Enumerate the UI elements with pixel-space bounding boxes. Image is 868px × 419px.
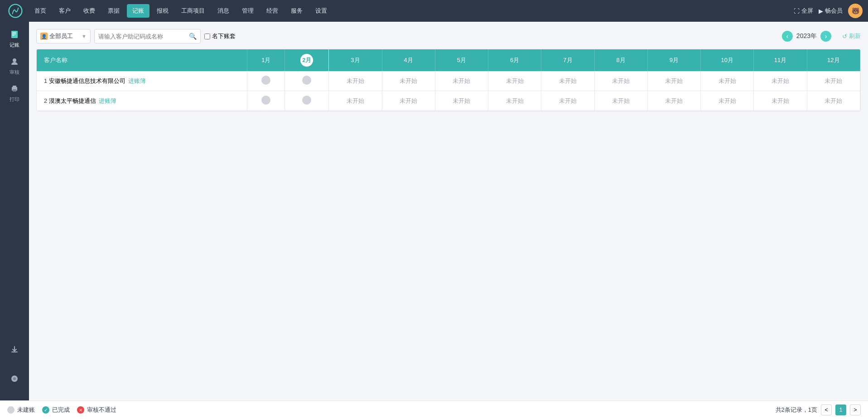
prev-year-button[interactable]: ‹ [782, 31, 793, 42]
toolbar: 👤 全部员工 ▼ 🔍 名下账套 ‹ 2023年 › ↺ 刷新 [36, 29, 861, 43]
th-m8: 8月 [594, 49, 647, 71]
row-num: 1 [44, 77, 47, 84]
fullscreen-button[interactable]: ⛶ 全屏 [794, 7, 813, 15]
nav-item-operations[interactable]: 经营 [261, 4, 284, 18]
sidebar-item-audit[interactable]: 审核 [2, 53, 27, 78]
status-not-started: 未开始 [665, 97, 683, 104]
rejected-label: 审核不通过 [87, 406, 116, 414]
nav-item-management[interactable]: 管理 [236, 4, 259, 18]
nav-item-settings[interactable]: 设置 [310, 4, 333, 18]
next-year-button[interactable]: › [820, 31, 831, 42]
page-1-button[interactable]: 1 [835, 405, 846, 415]
status-not-started: 未开始 [400, 77, 417, 84]
search-icon[interactable]: 🔍 [189, 33, 197, 40]
status-not-started: 未开始 [506, 97, 524, 104]
status-not-started: 未开始 [612, 77, 630, 84]
nav-item-invoices[interactable]: 票据 [102, 4, 125, 18]
cell-m4: 未开始 [382, 71, 435, 91]
cell-m2 [285, 91, 329, 111]
status-not-started: 未开始 [347, 77, 364, 84]
cell-m1 [247, 91, 285, 111]
th-m1: 1月 [247, 49, 285, 71]
th-m10: 10月 [701, 49, 754, 71]
svg-rect-7 [13, 86, 16, 87]
top-nav: 首页 客户 收费 票据 记账 报税 工商项目 消息 管理 经营 服务 设置 ⛶ … [0, 0, 868, 22]
status-dot-gray [261, 76, 270, 85]
refresh-label: 刷新 [849, 32, 861, 40]
search-input[interactable] [98, 33, 189, 40]
employee-select-label: 全部员工 [49, 32, 80, 40]
not-started-label: 未建账 [17, 406, 35, 414]
cell-m10: 未开始 [701, 71, 754, 91]
nav-item-clients[interactable]: 客户 [53, 4, 76, 18]
legend-not-started: 未建账 [7, 406, 35, 414]
svg-rect-8 [13, 89, 16, 92]
status-not-started: 未开始 [825, 97, 842, 104]
th-m11: 11月 [754, 49, 807, 71]
status-dot-gray [261, 96, 270, 105]
cell-m3: 未开始 [329, 91, 382, 111]
refresh-icon: ↺ [842, 33, 847, 40]
next-page-button[interactable]: > [850, 405, 861, 415]
nav-items: 首页 客户 收费 票据 记账 报税 工商项目 消息 管理 经营 服务 设置 [29, 4, 794, 18]
th-m5: 5月 [435, 49, 488, 71]
nav-item-business[interactable]: 工商项目 [176, 4, 210, 18]
year-nav: ‹ 2023年 › [782, 31, 831, 42]
top-nav-right: ⛶ 全屏 ▶ 畅会员 🐻 [794, 4, 863, 18]
sidebar-item-download[interactable] [2, 337, 27, 362]
nav-item-billing[interactable]: 收费 [78, 4, 101, 18]
nav-item-messages[interactable]: 消息 [212, 4, 235, 18]
table-row: 1安徽畅捷通信息技术有限公司进账簿未开始未开始未开始未开始未开始未开始未开始未开… [37, 71, 860, 91]
nav-item-tax[interactable]: 报税 [151, 4, 174, 18]
cell-m2 [285, 71, 329, 91]
cell-m11: 未开始 [754, 91, 807, 111]
current-month-circle: 2月 [300, 54, 313, 67]
sidebar-bottom [2, 337, 27, 397]
cell-m10: 未开始 [701, 91, 754, 111]
completed-label: 已完成 [52, 406, 70, 414]
status-not-started: 未开始 [559, 97, 577, 104]
status-not-started: 未开始 [825, 77, 842, 84]
status-not-started: 未开始 [719, 77, 736, 84]
sidebar-item-ledger-label: 记账 [10, 42, 19, 48]
content-area: 👤 全部员工 ▼ 🔍 名下账套 ‹ 2023年 › ↺ 刷新 [29, 22, 868, 400]
nav-item-services[interactable]: 服务 [285, 4, 308, 18]
prev-page-button[interactable]: < [821, 405, 832, 415]
not-started-dot [7, 406, 14, 414]
data-table-wrap: 客户名称 1月 2月 3月 4月 5月 6月 7月 8月 9月 10月 11月 … [36, 49, 861, 111]
cell-m1 [247, 71, 285, 91]
page-footer: 未建账 ✓ 已完成 ✕ 审核不通过 共2条记录，1页 < 1 > [0, 400, 868, 419]
svg-rect-2 [12, 32, 16, 33]
sidebar-item-print[interactable]: 打印 [2, 80, 27, 105]
sidebar-item-ledger[interactable]: 记账 [2, 25, 27, 51]
cell-m9: 未开始 [647, 91, 700, 111]
search-input-wrap: 🔍 [94, 29, 201, 43]
year-label: 2023年 [796, 32, 817, 40]
employee-select[interactable]: 👤 全部员工 ▼ [36, 29, 91, 43]
row-num: 2 [44, 97, 47, 104]
sidebar: 记账 审核 打印 [0, 22, 29, 400]
enter-ledger-link[interactable]: 进账簿 [99, 97, 116, 104]
client-name: 安徽畅捷通信息技术有限公司 [49, 77, 125, 84]
fullscreen-label: 全屏 [801, 7, 813, 15]
table-header-row: 客户名称 1月 2月 3月 4月 5月 6月 7月 8月 9月 10月 11月 … [37, 49, 860, 71]
status-dot-gray [302, 96, 311, 105]
sidebar-item-support[interactable] [2, 366, 27, 391]
legend-completed: ✓ 已完成 [42, 406, 70, 414]
avatar[interactable]: 🐻 [848, 4, 863, 18]
my-accounts-checkbox[interactable]: 名下账套 [204, 32, 236, 40]
table-row: 2漠澳太平畅捷通信进账簿未开始未开始未开始未开始未开始未开始未开始未开始未开始未… [37, 91, 860, 111]
refresh-button[interactable]: ↺ 刷新 [842, 32, 861, 40]
nav-item-accounting[interactable]: 记账 [127, 4, 149, 18]
nav-item-home[interactable]: 首页 [29, 4, 52, 18]
enter-ledger-link[interactable]: 进账簿 [128, 77, 146, 84]
cell-m3: 未开始 [329, 71, 382, 91]
print-icon [8, 82, 21, 95]
cell-m5: 未开始 [435, 71, 488, 91]
my-accounts-check[interactable] [204, 34, 210, 39]
app-logo [5, 1, 25, 21]
svg-point-5 [13, 58, 16, 62]
svg-rect-3 [12, 34, 16, 34]
status-not-started: 未开始 [772, 97, 789, 104]
member-button[interactable]: ▶ 畅会员 [819, 7, 843, 15]
